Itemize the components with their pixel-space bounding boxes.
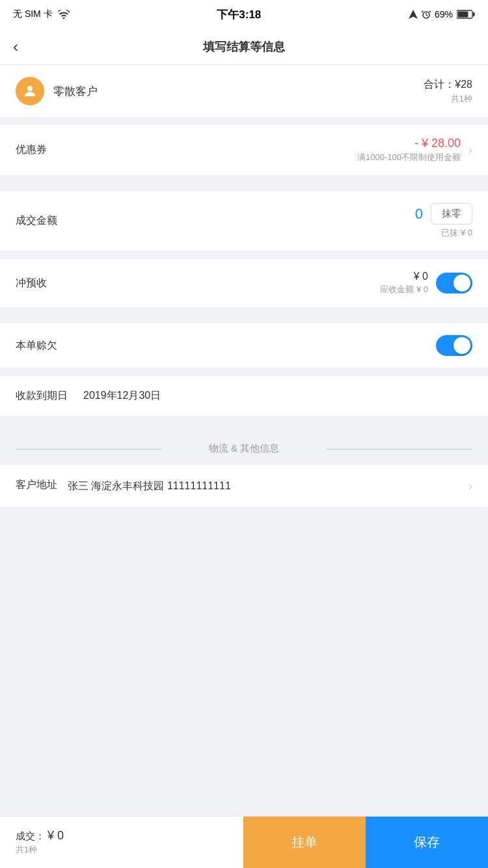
alarm-icon	[422, 10, 431, 19]
pending-button[interactable]: 挂单	[243, 817, 366, 869]
debt-row: 本单赊欠	[0, 323, 488, 368]
advance-label: 冲预收	[16, 277, 47, 290]
customer-count: 共1种	[424, 93, 472, 105]
divider-1	[0, 183, 488, 191]
advance-value: ¥ 0 应收金额 ¥ 0	[380, 271, 428, 295]
debt-toggle[interactable]	[436, 335, 472, 356]
status-time: 下午3:18	[217, 7, 261, 22]
customer-total: 合计：¥28	[424, 78, 472, 92]
customer-name: 零散客户	[53, 84, 98, 99]
advance-payment-row: 冲预收 ¥ 0 应收金额 ¥ 0	[0, 259, 488, 308]
coupon-row[interactable]: 优惠券 - ¥ 28.00 满1000-100不限制使用金额 ›	[0, 125, 488, 176]
advance-amount: ¥ 0	[380, 271, 428, 282]
coupon-desc: 满1000-100不限制使用金额	[357, 152, 461, 163]
advance-sub: 应收金额 ¥ 0	[380, 284, 428, 295]
divider-3	[0, 424, 488, 432]
transaction-sub: 已抹 ¥ 0	[396, 227, 472, 239]
advance-toggle[interactable]	[436, 273, 472, 293]
debt-toggle-knob	[454, 337, 470, 354]
status-left: 无 SIM 卡	[13, 8, 70, 20]
transaction-amount[interactable]: 0	[403, 206, 423, 223]
advance-right: ¥ 0 应收金额 ¥ 0	[380, 271, 472, 295]
advance-toggle-knob	[454, 275, 470, 292]
address-label: 客户地址	[16, 478, 57, 492]
back-button[interactable]: ‹	[13, 38, 18, 56]
round-button[interactable]: 抹零	[431, 203, 472, 224]
svg-rect-2	[472, 12, 474, 16]
save-button[interactable]: 保存	[366, 817, 488, 869]
divider-2	[0, 316, 488, 323]
page-title: 填写结算等信息	[203, 39, 285, 55]
due-date-label: 收款到期日	[16, 389, 68, 403]
customer-row: 零散客户 合计：¥28 共1种	[0, 65, 488, 117]
transaction-label: 成交金额	[16, 214, 57, 228]
bottom-bar: 成交： ¥ 0 共1种 挂单 保存	[0, 816, 488, 868]
coupon-label: 优惠券	[16, 143, 47, 157]
content: 零散客户 合计：¥28 共1种 优惠券 - ¥ 28.00 满1000-100不…	[0, 65, 488, 567]
due-date-row: 收款到期日 2019年12月30日	[0, 376, 488, 416]
bottom-info: 成交： ¥ 0 共1种	[0, 829, 243, 856]
coupon-value: - ¥ 28.00 满1000-100不限制使用金额	[357, 137, 461, 163]
battery-text: 69%	[435, 9, 453, 20]
deal-amount: ¥ 0	[47, 829, 64, 843]
address-value: 张三 海淀永丰科技园 11111111111	[68, 478, 231, 494]
location-icon	[409, 10, 418, 19]
debt-label: 本单赊欠	[16, 339, 57, 353]
battery-icon	[457, 10, 475, 19]
transaction-row: 成交金额 0 抹零 已抹 ¥ 0	[0, 191, 488, 251]
bottom-deal: 成交： ¥ 0	[16, 829, 228, 843]
coupon-discount: - ¥ 28.00	[357, 137, 461, 150]
due-date-content: 收款到期日 2019年12月30日	[16, 389, 472, 403]
address-row[interactable]: 客户地址 张三 海淀永丰科技园 11111111111 ›	[0, 465, 488, 507]
svg-point-4	[27, 86, 33, 91]
bottom-count: 共1种	[16, 844, 228, 856]
status-bar: 无 SIM 卡 下午3:18 69%	[0, 0, 488, 29]
due-date-value: 2019年12月30日	[83, 389, 161, 403]
svg-rect-3	[457, 12, 468, 18]
address-chevron-icon: ›	[468, 480, 472, 493]
customer-right: 合计：¥28 共1种	[424, 78, 472, 105]
coupon-right: - ¥ 28.00 满1000-100不限制使用金额 ›	[357, 137, 472, 163]
coupon-chevron-icon: ›	[468, 143, 472, 157]
no-sim-text: 无 SIM 卡	[13, 8, 53, 20]
address-left: 客户地址 张三 海淀永丰科技园 11111111111	[16, 478, 468, 494]
wifi-icon	[58, 10, 70, 19]
logistics-title: 物流 & 其他信息	[209, 442, 279, 454]
transaction-input-area: 0 抹零	[396, 203, 472, 224]
status-right: 69%	[409, 9, 475, 20]
deal-label: 成交：	[16, 830, 45, 843]
logistics-header: 物流 & 其他信息	[0, 432, 488, 465]
customer-left: 零散客户	[16, 77, 98, 105]
customer-avatar	[16, 77, 44, 105]
nav-bar: ‹ 填写结算等信息	[0, 29, 488, 65]
